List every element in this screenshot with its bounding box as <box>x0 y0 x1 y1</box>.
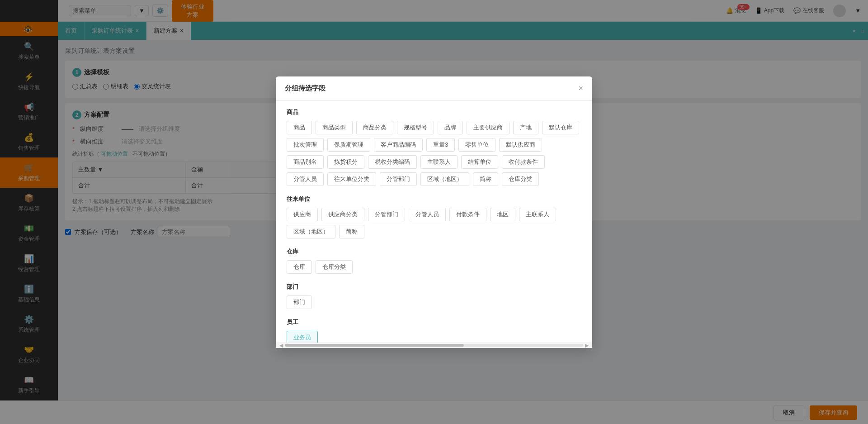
tag-goods-21[interactable]: 往来单位分类 <box>327 172 376 186</box>
scroll-right-icon[interactable]: ▶ <box>585 343 589 348</box>
modal-close-button[interactable]: × <box>578 84 583 93</box>
tag-goods-1[interactable]: 商品类型 <box>316 121 353 134</box>
tag-goods-6[interactable]: 产地 <box>513 121 538 134</box>
tag-cp-0[interactable]: 供应商 <box>287 208 318 221</box>
section-goods-title: 商品 <box>287 108 581 116</box>
tag-goods-20[interactable]: 分管人员 <box>287 172 324 186</box>
tag-goods-23[interactable]: 区域（地区） <box>420 172 469 186</box>
tag-goods-18[interactable]: 结算单位 <box>461 155 498 169</box>
tag-goods-10[interactable]: 客户商品编码 <box>374 138 423 152</box>
tag-goods-8[interactable]: 批次管理 <box>287 138 324 152</box>
tag-cp-4[interactable]: 付款条件 <box>449 208 486 221</box>
tag-wh-0[interactable]: 仓库 <box>287 260 312 274</box>
section-goods: 商品 商品 商品类型 商品分类 规格型号 品牌 主要供应商 产地 默认仓库 批次… <box>287 108 581 186</box>
tag-goods-2[interactable]: 商品分类 <box>356 121 393 134</box>
tag-goods-24[interactable]: 简称 <box>473 172 498 186</box>
section-counterparty: 往来单位 供应商 供应商分类 分管部门 分管人员 付款条件 地区 主联系人 区域… <box>287 195 581 238</box>
section-dept-title: 部门 <box>287 283 581 291</box>
tag-goods-3[interactable]: 规格型号 <box>397 121 434 134</box>
tag-goods-0[interactable]: 商品 <box>287 121 312 134</box>
section-staff-tags: 业务员 <box>287 331 581 343</box>
tag-cp-5[interactable]: 地区 <box>490 208 515 221</box>
section-counterparty-tags: 供应商 供应商分类 分管部门 分管人员 付款条件 地区 主联系人 区域（地区） … <box>287 208 581 238</box>
tag-goods-22[interactable]: 分管部门 <box>380 172 417 186</box>
tag-goods-7[interactable]: 默认仓库 <box>542 121 579 134</box>
tag-goods-13[interactable]: 默认供应商 <box>499 138 542 152</box>
section-dept: 部门 部门 <box>287 283 581 309</box>
tag-goods-4[interactable]: 品牌 <box>438 121 463 134</box>
section-warehouse-title: 仓库 <box>287 248 581 256</box>
section-goods-tags: 商品 商品类型 商品分类 规格型号 品牌 主要供应商 产地 默认仓库 批次管理 … <box>287 121 581 186</box>
section-counterparty-title: 往来单位 <box>287 195 581 203</box>
section-dept-tags: 部门 <box>287 295 581 309</box>
modal-scrollbar-h[interactable]: ◀ ▶ <box>276 343 592 348</box>
section-warehouse-tags: 仓库 仓库分类 <box>287 260 581 274</box>
tag-cp-1[interactable]: 供应商分类 <box>321 208 364 221</box>
tag-goods-9[interactable]: 保质期管理 <box>327 138 370 152</box>
tag-cp-2[interactable]: 分管部门 <box>368 208 405 221</box>
tag-cp-7[interactable]: 区域（地区） <box>287 225 335 238</box>
scroll-left-icon[interactable]: ◀ <box>279 343 283 348</box>
tag-goods-15[interactable]: 拣货积分 <box>327 155 364 169</box>
tag-cp-3[interactable]: 分管人员 <box>409 208 446 221</box>
tag-staff-0[interactable]: 业务员 <box>287 331 318 343</box>
modal-header: 分组待选字段 × <box>276 76 592 101</box>
section-warehouse: 仓库 仓库 仓库分类 <box>287 248 581 274</box>
modal-body[interactable]: 商品 商品 商品类型 商品分类 规格型号 品牌 主要供应商 产地 默认仓库 批次… <box>276 101 592 343</box>
field-select-modal: 分组待选字段 × 商品 商品 商品类型 商品分类 规格型号 品牌 主要供应商 产… <box>276 76 592 348</box>
tag-goods-11[interactable]: 重量3 <box>426 138 455 152</box>
tag-goods-14[interactable]: 商品别名 <box>287 155 324 169</box>
tag-goods-5[interactable]: 主要供应商 <box>467 121 509 134</box>
section-staff-title: 员工 <box>287 318 581 326</box>
tag-goods-25[interactable]: 仓库分类 <box>502 172 539 186</box>
tag-goods-16[interactable]: 税收分类编码 <box>368 155 417 169</box>
scroll-track-h <box>285 344 583 347</box>
modal-title: 分组待选字段 <box>285 84 326 93</box>
tag-goods-19[interactable]: 收付款条件 <box>502 155 545 169</box>
tag-dept-0[interactable]: 部门 <box>287 295 312 309</box>
tag-goods-12[interactable]: 零售单位 <box>458 138 495 152</box>
section-staff: 员工 业务员 <box>287 318 581 343</box>
tag-goods-17[interactable]: 主联系人 <box>420 155 458 169</box>
tag-wh-1[interactable]: 仓库分类 <box>316 260 353 274</box>
tag-cp-6[interactable]: 主联系人 <box>519 208 556 221</box>
scroll-thumb-h <box>285 344 464 347</box>
tag-cp-8[interactable]: 简称 <box>339 225 364 238</box>
